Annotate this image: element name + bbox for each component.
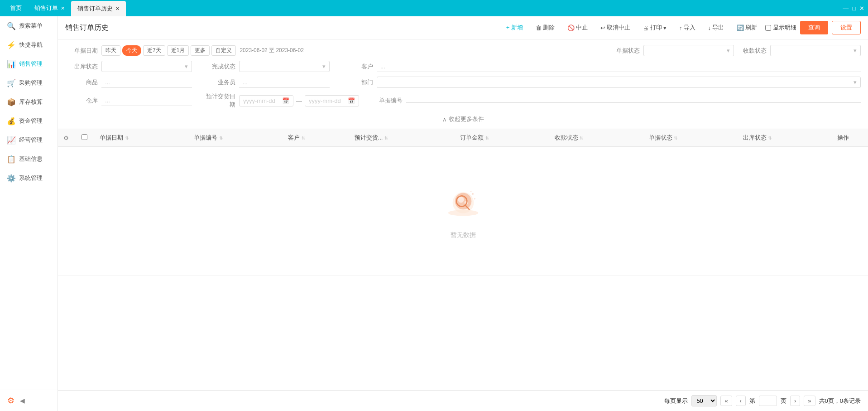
- tab-sales-order-close[interactable]: ✕: [61, 5, 65, 11]
- table-th-amount[interactable]: 订单金额 ⇅: [455, 129, 549, 147]
- first-page-button[interactable]: «: [720, 396, 732, 406]
- stop-button[interactable]: 🚫 中止: [563, 21, 592, 34]
- filter-row-2: 出库状态 ▾ 完成状态 ▾ 客户 ...: [65, 61, 861, 72]
- table-th-settings: ⚙: [58, 129, 76, 147]
- sort-order-icon: ⇅: [674, 135, 677, 140]
- sidebar-bottom: ⚙ ◀: [0, 390, 58, 411]
- settings-button[interactable]: 设置: [832, 21, 861, 34]
- date-range-display: 2023-06-02 至 2023-06-02: [240, 47, 303, 54]
- sidebar-item-finance-label: 资金管理: [19, 117, 43, 125]
- department-chevron: ▾: [854, 79, 857, 86]
- calendar-icon-from: 📅: [282, 97, 289, 104]
- department-label: 部门: [340, 78, 377, 87]
- date-btn-7days[interactable]: 近7天: [143, 45, 165, 56]
- outbound-status-chevron: ▾: [185, 63, 188, 70]
- sidebar-item-base-info[interactable]: 📋 基础信息: [0, 150, 58, 169]
- table-th-order-status[interactable]: 单据状态 ⇅: [643, 129, 738, 147]
- sidebar-item-purchase-mgmt[interactable]: 🛒 采购管理: [0, 73, 58, 92]
- page-title: 销售订单历史: [65, 23, 109, 33]
- sidebar-item-inventory[interactable]: 📦 库存核算: [0, 92, 58, 111]
- print-button[interactable]: 🖨 打印 ▾: [638, 21, 671, 34]
- print-icon: 🖨: [643, 24, 649, 31]
- sidebar-item-sales-mgmt-label: 销售管理: [19, 60, 43, 68]
- table-th-date[interactable]: 单据日期 ⇅: [94, 129, 188, 147]
- filter-area: 单据日期 昨天 今天 近7天 近1月 更多 自定义 2023-06-02 至 2…: [58, 39, 868, 129]
- sort-receipt-icon: ⇅: [580, 135, 583, 140]
- top-bar: 首页 销售订单 ✕ 销售订单历史 ✕ — □ ✕: [0, 0, 868, 16]
- tab-home[interactable]: 首页: [4, 0, 28, 16]
- department-select[interactable]: ▾: [377, 77, 861, 88]
- minimize-button[interactable]: —: [843, 5, 849, 12]
- new-button[interactable]: + 新增: [502, 21, 528, 34]
- sidebar-item-quick-nav[interactable]: ⚡ 快捷导航: [0, 35, 58, 54]
- empty-illustration: ✦ ✦ ✦: [441, 183, 486, 224]
- date-btn-yesterday[interactable]: 昨天: [101, 45, 120, 56]
- maximize-button[interactable]: □: [852, 5, 856, 12]
- total-info: 共0页，0条记录: [819, 397, 861, 405]
- prev-page-button[interactable]: ‹: [736, 396, 746, 406]
- empty-row: ✦ ✦ ✦ 暂无数据: [58, 147, 868, 276]
- show-detail-checkbox-label[interactable]: 显示明细: [765, 24, 796, 32]
- collapse-link[interactable]: ∧ 收起更多条件: [65, 113, 861, 123]
- sidebar-item-sys-mgmt[interactable]: ⚙️ 系统管理: [0, 169, 58, 188]
- svg-text:✦: ✦: [474, 198, 476, 200]
- table-th-number[interactable]: 单据编号 ⇅: [188, 129, 283, 147]
- date-btn-more[interactable]: 更多: [191, 45, 210, 56]
- table-th-customer[interactable]: 客户 ⇅: [283, 129, 349, 147]
- sort-outbound-icon: ⇅: [768, 135, 772, 140]
- table-th-receipt-status[interactable]: 收款状态 ⇅: [549, 129, 643, 147]
- completion-status-select[interactable]: ▾: [239, 61, 330, 72]
- date-label: 单据日期: [65, 47, 101, 55]
- tab-sales-order[interactable]: 销售订单 ✕: [28, 0, 71, 16]
- date-separator: —: [293, 97, 305, 104]
- sys-icon: ⚙️: [7, 174, 15, 182]
- table-th-delivery[interactable]: 预计交货... ⇅: [349, 129, 455, 147]
- customer-input[interactable]: ...: [377, 61, 861, 72]
- page-input[interactable]: 1: [759, 396, 777, 406]
- tab-sales-order-history-close[interactable]: ✕: [115, 6, 120, 12]
- select-all-checkbox[interactable]: [82, 134, 87, 140]
- sidebar-item-search-menu[interactable]: 🔍 搜索菜单: [0, 16, 58, 35]
- delete-button[interactable]: 🗑 删除: [531, 21, 559, 34]
- warehouse-input[interactable]: ...: [101, 95, 192, 106]
- date-filter-content: 昨天 今天 近7天 近1月 更多 自定义 2023-06-02 至 2023-0…: [101, 45, 607, 56]
- sort-customer-icon: ⇅: [302, 135, 305, 140]
- cancel-stop-button[interactable]: ↩ 取消中止: [596, 21, 635, 34]
- tab-sales-order-history[interactable]: 销售订单历史 ✕: [71, 1, 126, 16]
- refresh-icon: 🔄: [737, 24, 744, 31]
- next-page-button[interactable]: ›: [790, 396, 800, 406]
- delivery-date-from[interactable]: yyyy-mm-dd 📅: [239, 95, 293, 106]
- table-th-outbound-status[interactable]: 出库状态 ⇅: [738, 129, 832, 147]
- sales-icon: 📊: [7, 60, 15, 68]
- sidebar-item-sales-mgmt[interactable]: 📊 销售管理: [0, 54, 58, 73]
- sales-person-input[interactable]: ...: [239, 77, 330, 88]
- delete-icon: 🗑: [536, 24, 542, 31]
- sidebar-item-finance[interactable]: 💰 资金管理: [0, 111, 58, 131]
- completion-status-label: 完成状态: [203, 63, 239, 71]
- table-container: ⚙ 单据日期 ⇅ 单据编号 ⇅: [58, 129, 868, 390]
- date-btn-custom[interactable]: 自定义: [211, 45, 236, 56]
- import-icon: ↑: [679, 24, 682, 31]
- refresh-button[interactable]: 🔄 刷新: [732, 21, 762, 34]
- outbound-status-select[interactable]: ▾: [101, 61, 192, 72]
- query-button[interactable]: 查询: [800, 21, 828, 34]
- delivery-date-to[interactable]: yyyy-mm-dd 📅: [305, 95, 359, 106]
- order-status-select[interactable]: ▾: [643, 45, 734, 56]
- per-page-select[interactable]: 50 10 20 100: [691, 395, 717, 406]
- date-btn-1month[interactable]: 近1月: [167, 45, 189, 56]
- show-detail-checkbox[interactable]: [765, 25, 771, 31]
- import-button[interactable]: ↑ 导入: [675, 21, 700, 34]
- export-button[interactable]: ↓ 导出: [704, 21, 729, 34]
- last-page-button[interactable]: »: [804, 396, 815, 406]
- toolbar: + 新增 🗑 删除 🚫 中止 ↩ 取消中止 🖨 打印 ▾: [502, 21, 861, 34]
- sidebar-item-operations[interactable]: 📈 经营管理: [0, 131, 58, 150]
- date-btn-today[interactable]: 今天: [122, 45, 141, 56]
- sidebar-collapse-icon[interactable]: ◀: [20, 397, 25, 404]
- sidebar-item-sys-mgmt-label: 系统管理: [19, 174, 43, 182]
- order-number-input[interactable]: [406, 99, 861, 103]
- table-gear-icon[interactable]: ⚙: [63, 135, 69, 141]
- product-input[interactable]: ...: [101, 77, 192, 88]
- sidebar-settings-icon[interactable]: ⚙: [7, 396, 14, 406]
- close-button[interactable]: ✕: [859, 5, 864, 12]
- receipt-status-select[interactable]: ▾: [770, 45, 861, 56]
